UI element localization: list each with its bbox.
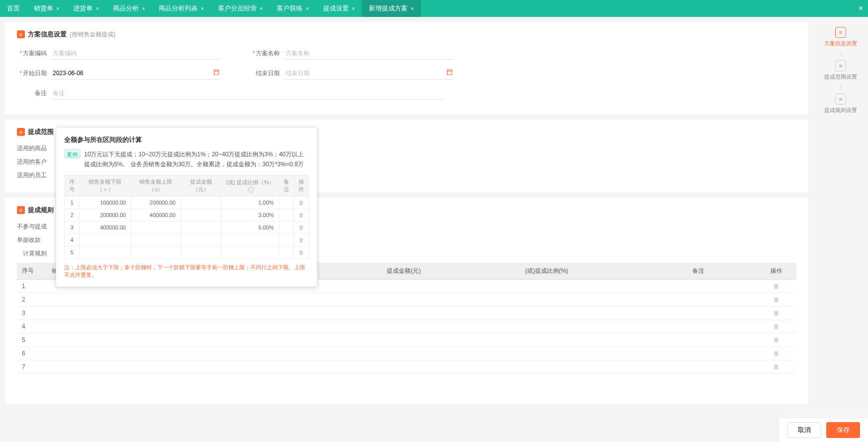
table-row[interactable]: 6🗑 [17, 347, 796, 360]
section-title: ≡ 方案信息设置 (按销售金额提成) [17, 30, 796, 39]
close-icon[interactable]: × [306, 5, 309, 11]
tab-goods-list[interactable]: 商品分析列表× [152, 0, 211, 17]
top-tab-bar: 首页 销货单× 进货单× 商品分析× 商品分析列表× 客户分层经营× 客户联络×… [0, 0, 868, 17]
right-anchor-nav: ≡ 方案信息设置 ≡ 提成范围设置 ≡ 提成规则设置 [813, 17, 868, 414]
delete-icon[interactable]: 🗑 [299, 237, 304, 243]
tab-customer-layer[interactable]: 客户分层经营× [211, 0, 270, 17]
delete-icon[interactable]: 🗑 [773, 323, 779, 330]
list-icon: ≡ [17, 30, 25, 38]
delete-icon[interactable]: 🗑 [773, 336, 779, 343]
table-row[interactable]: 2🗑 [17, 293, 796, 307]
example-tag: 案例 [64, 149, 80, 158]
tab-commission[interactable]: 提成设置× [316, 0, 362, 17]
tab-customer-contact[interactable]: 客户联络× [270, 0, 316, 17]
tab-sales[interactable]: 销货单× [27, 0, 66, 17]
nav-rule[interactable]: ≡ 提成规则设置 [824, 94, 857, 114]
nav-info[interactable]: ≡ 方案信息设置 [824, 27, 857, 47]
remark-input[interactable] [51, 87, 444, 100]
close-icon[interactable]: × [96, 5, 99, 11]
tab-home[interactable]: 首页 [0, 0, 27, 17]
delete-icon[interactable]: 🗑 [773, 310, 779, 317]
start-date-input[interactable] [51, 67, 220, 80]
list-icon: ≡ [835, 60, 846, 71]
close-icon[interactable]: × [56, 5, 59, 11]
close-icon[interactable]: × [411, 5, 414, 11]
close-icon[interactable]: × [142, 5, 145, 11]
tooltip-note: 注：上限必须大于下限；多个阶梯时，下一个阶梯下限要等于前一阶梯上限；不同行之间下… [64, 264, 309, 279]
delete-icon[interactable]: 🗑 [299, 200, 304, 206]
list-icon: ≡ [17, 206, 25, 214]
tab-new-commission[interactable]: 新增提成方案× [362, 0, 421, 17]
delete-icon[interactable]: 🗑 [773, 283, 779, 290]
end-date-input[interactable] [284, 67, 453, 80]
tooltip-title: 全额参与所在区间段的计算 [64, 135, 309, 144]
list-icon: ≡ [835, 94, 846, 105]
close-icon[interactable]: × [352, 5, 355, 11]
nav-scope[interactable]: ≡ 提成范围设置 [824, 60, 857, 81]
delete-icon[interactable]: 🗑 [773, 363, 779, 370]
table-row[interactable]: 4🗑 [17, 320, 796, 333]
scheme-code-input[interactable] [51, 47, 220, 60]
close-icon[interactable]: × [260, 5, 263, 11]
list-icon: ≡ [17, 128, 25, 136]
delete-icon[interactable]: 🗑 [773, 296, 779, 303]
scheme-name-input[interactable] [284, 47, 453, 60]
info-icon: i [248, 187, 254, 193]
tooltip-popup: 全额参与所在区间段的计算 案例 10万元以下无提成；10~20万元提成比例为1%… [56, 127, 318, 287]
tab-purchase[interactable]: 进货单× [66, 0, 106, 17]
table-row[interactable]: 3🗑 [17, 307, 796, 320]
table-row[interactable]: 7🗑 [17, 360, 796, 374]
section-info: ≡ 方案信息设置 (按销售金额提成) *方案编码 *方案名称 *开始日期 结束日… [5, 22, 808, 114]
close-icon[interactable]: × [201, 5, 204, 11]
delete-icon[interactable]: 🗑 [299, 249, 304, 255]
delete-icon[interactable]: 🗑 [299, 212, 304, 218]
tooltip-table: 序号销售金额下限（＞）销售金额上限（≤） 提成金额（元）(或) 提成比例（%） … [64, 175, 309, 259]
close-all-icon[interactable]: × [859, 4, 863, 13]
table-row[interactable]: 5🗑 [17, 333, 796, 347]
tab-goods-analysis[interactable]: 商品分析× [106, 0, 152, 17]
list-icon: ≡ [835, 27, 846, 38]
delete-icon[interactable]: 🗑 [773, 350, 779, 357]
delete-icon[interactable]: 🗑 [299, 224, 304, 230]
tooltip-desc: 10万元以下无提成；10~20万元提成比例为1%；20~40万提成比例为3%；4… [84, 149, 309, 170]
